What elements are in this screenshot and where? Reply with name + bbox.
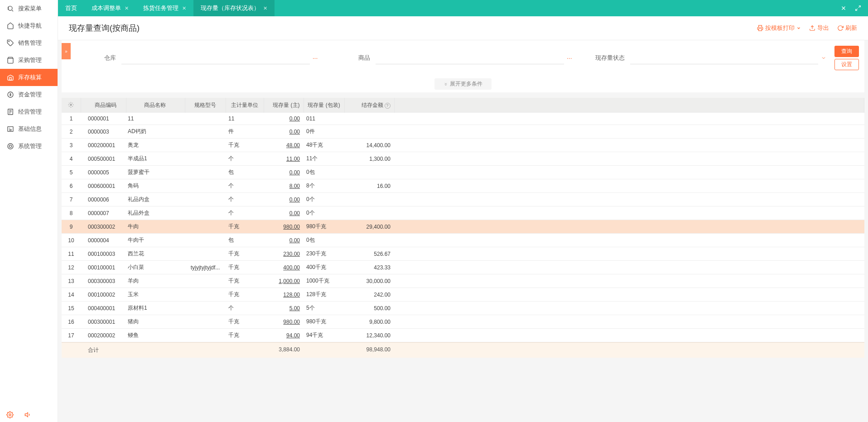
help-icon[interactable]: ? (385, 103, 391, 109)
tab-3[interactable]: 现存量（库存状况表）✕ (193, 0, 275, 16)
main: 首页成本调整单✕拣货任务管理✕现存量（库存状况表）✕ 现存量查询(按商品) 按模… (58, 0, 868, 422)
table-row[interactable]: 9000300002牛肉千克980.00980千克29,400.00 (62, 220, 864, 234)
operation-icon (6, 108, 14, 116)
cell-qty[interactable]: 230.00 (264, 247, 304, 261)
expand-filters-button[interactable]: 展开更多条件 (434, 78, 492, 90)
tab-label: 拣货任务管理 (143, 4, 178, 12)
settings-column-header[interactable] (62, 98, 81, 113)
inventory-icon (6, 73, 14, 82)
money-icon (6, 91, 14, 99)
cell-qty[interactable]: 0.00 (264, 206, 304, 220)
sidebar-item-3[interactable]: 采购管理 (0, 52, 58, 69)
table-row[interactable]: 13000300003羊肉千克1,000.001000千克30,000.00 (62, 274, 864, 288)
col-code[interactable]: 商品编码 (81, 98, 126, 113)
cell-code: 000100003 (81, 247, 126, 261)
settings-button[interactable]: 设置 (834, 59, 859, 70)
table-row[interactable]: 100000004牛肉干包0.000包 (62, 234, 864, 247)
sales-icon (6, 39, 14, 47)
table-row[interactable]: 16000300001猪肉千克980.00980千克9,800.00 (62, 315, 864, 329)
col-name[interactable]: 商品名称 (126, 98, 185, 113)
more-icon[interactable]: ··· (310, 54, 321, 62)
sidebar-item-6[interactable]: 经营管理 (0, 103, 58, 120)
cell-qty[interactable]: 128.00 (264, 288, 304, 302)
cell-qty[interactable]: 980.00 (264, 315, 304, 329)
cell-qty[interactable]: 980.00 (264, 220, 304, 234)
cell-idx: 9 (62, 220, 81, 234)
sidebar-item-5[interactable]: 资金管理 (0, 86, 58, 103)
sidebar-item-2[interactable]: 销售管理 (0, 34, 58, 52)
product-input[interactable] (376, 52, 564, 64)
table-row[interactable]: 17000200002鳗鱼千克94.0094千克12,340.00 (62, 329, 864, 342)
export-button[interactable]: 导出 (809, 24, 829, 32)
cell-qty[interactable]: 400.00 (264, 261, 304, 274)
cell-code: 0000005 (81, 166, 126, 179)
cell-qty[interactable]: 8.00 (264, 179, 304, 193)
cell-qty[interactable]: 0.00 (264, 113, 304, 125)
close-icon[interactable]: ✕ (182, 5, 186, 11)
cell-qty[interactable]: 11.00 (264, 152, 304, 166)
tab-1[interactable]: 成本调整单✕ (84, 0, 136, 16)
sidebar-item-7[interactable]: 基础信息 (0, 120, 58, 138)
close-icon[interactable]: ✕ (125, 5, 129, 11)
search-icon (6, 5, 14, 13)
table-row[interactable]: 12000100001小白菜tyjyjtyjtyjdf...千克400.0040… (62, 261, 864, 274)
gear-icon[interactable] (6, 411, 14, 418)
tab-0[interactable]: 首页 (58, 0, 84, 16)
close-all-icon[interactable] (837, 2, 850, 14)
table-row[interactable]: 70000006礼品内盒个0.000个 (62, 193, 864, 206)
cell-spec (185, 288, 226, 302)
cell-unit: 个 (226, 193, 264, 206)
cell-unit: 千克 (226, 247, 264, 261)
table-row[interactable]: 1000000111110.00011 (62, 113, 864, 125)
cell-qty[interactable]: 94.00 (264, 329, 304, 342)
sidebar-item-8[interactable]: 系统管理 (0, 138, 58, 155)
query-button[interactable]: 查询 (834, 46, 859, 57)
col-pack[interactable]: 现存量 (包装) (304, 98, 344, 113)
table-row[interactable]: 15000400001原材料1个5.005个500.00 (62, 302, 864, 315)
table-row[interactable]: 11000100003西兰花千克230.00230千克526.67 (62, 247, 864, 261)
cell-fill (394, 234, 864, 247)
cell-fill (394, 206, 864, 220)
filter-collapse-button[interactable]: » (62, 43, 71, 59)
table-row[interactable]: 14000100002玉米千克128.00128千克242.00 (62, 288, 864, 302)
cell-qty[interactable]: 5.00 (264, 302, 304, 315)
expand-icon[interactable] (852, 2, 864, 14)
col-amount[interactable]: 结存金额? (344, 98, 394, 113)
more-icon[interactable]: ··· (564, 54, 575, 62)
cell-pack: 980千克 (304, 315, 344, 329)
print-button[interactable]: 按模板打印 (757, 24, 801, 32)
tab-2[interactable]: 拣货任务管理✕ (136, 0, 193, 16)
table-row[interactable]: 3000200001奥龙千克48.0048千克14,400.00 (62, 139, 864, 152)
cell-code: 000300003 (81, 274, 126, 288)
cell-idx: 5 (62, 166, 81, 179)
sidebar-item-4[interactable]: 库存核算 (0, 69, 58, 86)
col-spec[interactable]: 规格型号 (185, 98, 226, 113)
cell-qty[interactable]: 0.00 (264, 166, 304, 179)
cell-pack: 48千克 (304, 139, 344, 152)
table-row[interactable]: 80000007礼品外盒个0.000个 (62, 206, 864, 220)
table-row[interactable]: 20000003AD钙奶件0.000件 (62, 125, 864, 139)
cell-qty[interactable]: 0.00 (264, 193, 304, 206)
speaker-icon[interactable] (24, 411, 32, 418)
sidebar-item-0[interactable]: 搜索菜单 (0, 0, 58, 17)
cell-qty[interactable]: 0.00 (264, 125, 304, 139)
table-row[interactable]: 4000500001半成品1个11.0011个1,300.00 (62, 152, 864, 166)
table-row[interactable]: 6000600001角码个8.008个16.00 (62, 179, 864, 193)
cell-qty[interactable]: 48.00 (264, 139, 304, 152)
chevron-down-icon[interactable] (818, 55, 829, 61)
col-unit[interactable]: 主计量单位 (226, 98, 264, 113)
sidebar-item-1[interactable]: 快捷导航 (0, 17, 58, 34)
refresh-button[interactable]: 刷新 (837, 24, 857, 32)
status-input[interactable] (630, 52, 818, 64)
cell-amount: 242.00 (344, 288, 394, 302)
cell-spec (185, 125, 226, 139)
cell-code: 000200001 (81, 139, 126, 152)
warehouse-input[interactable] (121, 52, 310, 64)
close-icon[interactable]: ✕ (263, 5, 267, 11)
cell-spec (185, 220, 226, 234)
cell-qty[interactable]: 0.00 (264, 234, 304, 247)
total-label: 合计 (81, 346, 126, 354)
cell-qty[interactable]: 1,000.00 (264, 274, 304, 288)
col-qty[interactable]: 现存量 (主) (264, 98, 304, 113)
table-row[interactable]: 50000005菠萝蜜干包0.000包 (62, 166, 864, 179)
